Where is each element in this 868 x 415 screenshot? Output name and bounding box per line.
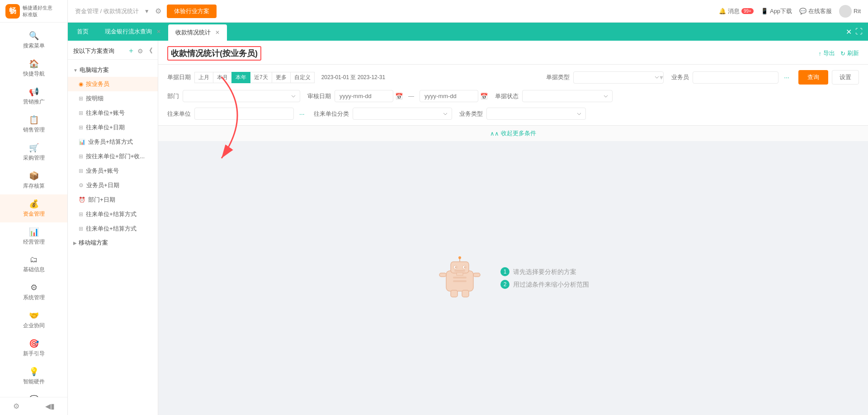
scheme-item-by-detail[interactable]: ⊞ 按明细 [68,91,158,106]
scheme-settings-btn[interactable]: ⚙ [137,47,143,55]
tab-close-all-btn[interactable]: ✕ [846,28,852,36]
tab-maximize-btn[interactable]: ⛶ [855,28,863,36]
sidebar-item-smart-hw[interactable]: 💡 智能硬件 [0,362,67,390]
date-tab-last-month[interactable]: 上月 [194,72,213,83]
breadcrumb-dropdown-icon[interactable]: ▼ [144,8,150,14]
review-date-end-input[interactable] [420,90,478,102]
collapse-icon: ∧∧ [490,130,499,137]
user-info[interactable]: Rit [839,5,861,18]
tab-receipt-stat-close-icon[interactable]: ✕ [215,29,220,36]
online-service-icon: 💬 [799,8,807,14]
filter-row-2: 部门 审核日期 📅 — 📅 [167,90,859,102]
guide-icon: 🎯 [29,339,39,349]
sidebar-settings-icon[interactable]: ⚙ [13,402,19,410]
scheme-item-icon: 📊 [79,139,85,145]
sidebar-item-inventory[interactable]: 📦 库存核算 [0,166,67,194]
doc-type-select[interactable] [573,71,664,84]
empty-steps: 1 请先选择要分析的方案 2 用过滤条件来缩小分析范围 [500,265,589,291]
scheme-item-partner-dept-receipt[interactable]: ⊞ 按往来单位+部门+收... [68,149,158,164]
date-separator: — [408,93,414,99]
trial-btn[interactable]: 体验行业方案 [167,5,217,18]
doc-status-select[interactable] [522,90,613,102]
sidebar-item-search-menu[interactable]: 🔍 搜索菜单 [0,26,67,54]
date-tab-this-year[interactable]: 本年 [231,72,250,83]
filter-review-date: 审核日期 📅 — 📅 [307,90,488,102]
scheme-item-dept-date[interactable]: ⏰ 部门+日期 [68,193,158,207]
date-tab-7days[interactable]: 近7天 [250,72,272,83]
sidebar-collapse-icon[interactable]: ◀▮ [45,402,55,410]
scheme-group-mobile-header[interactable]: ▶ 移动端方案 [68,236,158,250]
quick-nav-icon: 🏠 [29,59,39,69]
sidebar-item-label: 搜索菜单 [23,42,45,50]
scheme-item-partner-settle1[interactable]: ⊞ 往来单位+结算方式 [68,207,158,222]
sidebar-item-quick-nav[interactable]: 🏠 快捷导航 [0,54,67,82]
panel-collapse-btn[interactable]: 《 [146,47,152,55]
salesperson-more-btn[interactable]: ··· [782,74,791,81]
scheme-item-by-salesperson[interactable]: ◉ 按业务员 [68,77,158,91]
sidebar-item-finance[interactable]: 💰 资金管理 [0,194,67,222]
scheme-item-icon: ⊞ [79,168,83,174]
tab-receipt-stat[interactable]: 收款情况统计 ✕ [168,24,227,41]
filter-doc-status: 单据状态 [495,90,613,102]
svg-rect-7 [457,273,463,275]
empty-step-1: 1 请先选择要分析的方案 [500,265,589,278]
collapse-bar[interactable]: ∧∧ 收起更多条件 [158,125,868,141]
sidebar-item-operations[interactable]: 📊 经营管理 [0,222,67,250]
refresh-icon: ↻ [840,50,845,57]
review-date-start-input[interactable] [335,90,393,102]
svg-rect-10 [451,290,458,297]
business-type-label: 业务类型 [459,110,483,118]
partner-category-select[interactable] [353,108,452,120]
export-icon: ↑ [819,50,822,57]
dept-select[interactable] [183,90,300,102]
online-service-btn[interactable]: 💬 在线客服 [799,7,832,15]
settings-btn[interactable]: 设置 [832,70,859,85]
export-btn[interactable]: ↑ 导出 [819,49,835,57]
svg-rect-14 [453,277,467,278]
partner-input[interactable] [194,108,294,120]
topbar-gear-icon[interactable]: ⚙ [155,7,161,15]
salesperson-input[interactable] [693,71,778,84]
sidebar-item-purchase[interactable]: 🛒 采购管理 [0,138,67,166]
sidebar-item-sales[interactable]: 📋 销售管理 [0,110,67,138]
invoice-date-label: 单据日期 [167,73,191,81]
add-scheme-btn[interactable]: ＋ [127,46,135,56]
scheme-group-desktop-header[interactable]: ▼ 电脑端方案 [68,63,158,77]
query-btn[interactable]: 查询 [798,70,828,85]
sidebar-item-wechat[interactable]: 💬 企业微信 [0,390,67,397]
scheme-item-partner-account[interactable]: ⊞ 往来单位+账号 [68,106,158,120]
sidebar-item-enterprise[interactable]: 🤝 企业协同 [0,306,67,334]
date-tab-more[interactable]: 更多 [272,72,291,83]
tab-bank-flow-close-icon[interactable]: ✕ [156,28,161,35]
notification-label: 消息 [728,7,740,15]
tab-home[interactable]: 首页 [68,23,98,41]
date-tab-custom[interactable]: 自定义 [290,72,315,83]
date-tab-this-month[interactable]: 本月 [213,72,232,83]
sidebar: 畅 畅捷通好生意标准版 🔍 搜索菜单 🏠 快捷导航 📢 营销推广 📋 销售管理 … [0,0,68,415]
left-panel: 按以下方案查询 ＋ ⚙ 《 ▼ 电脑端方案 ◉ 按业务员 [68,41,158,415]
main-area: 资金管理 / 收款情况统计 ▼ ⚙ 体验行业方案 🔔 消息 99+ 📱 App下… [68,0,868,415]
scheme-item-salesperson-settle[interactable]: 📊 业务员+结算方式 [68,135,158,149]
svg-rect-15 [453,280,467,282]
notification-btn[interactable]: 🔔 消息 99+ [719,7,754,15]
app-download-btn[interactable]: 📱 App下载 [761,7,792,15]
refresh-btn[interactable]: ↻ 刷新 [840,49,859,57]
partner-more-btn[interactable]: ··· [297,110,307,118]
scheme-item-partner-settle2[interactable]: ⊞ 往来单位+结算方式 [68,222,158,236]
tab-bank-flow[interactable]: 现金银行流水查询 ✕ [98,23,168,41]
sidebar-item-marketing[interactable]: 📢 营销推广 [0,82,67,110]
scheme-item-salesperson-account[interactable]: ⊞ 业务员+账号 [68,164,158,178]
smart-hw-icon: 💡 [29,367,39,377]
sidebar-item-label: 资金管理 [23,210,45,218]
business-type-select[interactable] [486,108,586,120]
app-logo: 畅 畅捷通好生意标准版 [0,0,67,23]
calendar-start-icon[interactable]: 📅 [395,93,403,100]
sidebar-item-basic-info[interactable]: 🗂 基础信息 [0,250,67,278]
sidebar-item-label: 智能硬件 [23,378,45,386]
user-name: Rit [854,8,861,14]
sidebar-item-sys-manage[interactable]: ⚙ 系统管理 [0,278,67,306]
scheme-item-partner-date[interactable]: ⊞ 往来单位+日期 [68,120,158,135]
sidebar-item-guide[interactable]: 🎯 新手引导 [0,334,67,362]
calendar-end-icon[interactable]: 📅 [480,93,488,100]
scheme-item-salesperson-date[interactable]: ⚙ 业务员+日期 [68,178,158,193]
